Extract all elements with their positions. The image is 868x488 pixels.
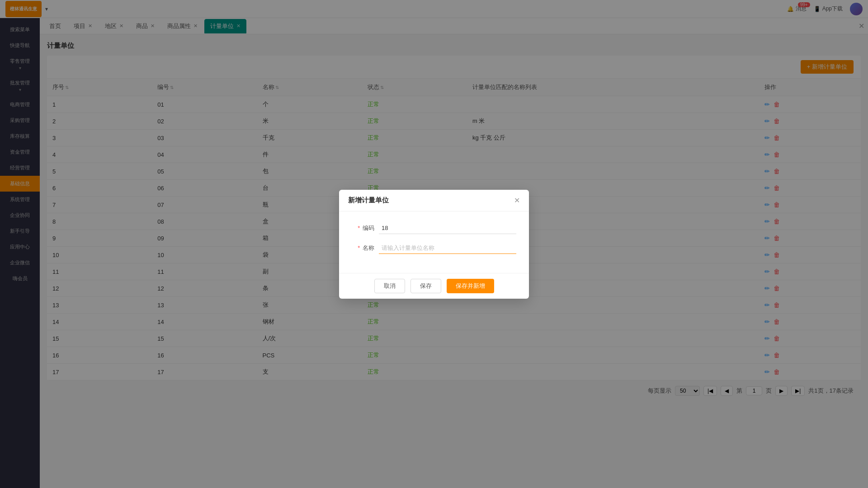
save-and-new-button[interactable]: 保存并新增 xyxy=(447,279,494,293)
code-field-row: * 编码 xyxy=(352,222,516,234)
modal-header: 新增计量单位 ✕ xyxy=(339,190,529,211)
modal-overlay[interactable]: 新增计量单位 ✕ * 编码 * 名称 取消 保存 保存并新增 xyxy=(0,0,868,488)
cancel-button[interactable]: 取消 xyxy=(374,279,405,293)
name-input[interactable] xyxy=(379,242,516,254)
modal-close-button[interactable]: ✕ xyxy=(514,196,520,205)
code-input[interactable] xyxy=(379,222,516,234)
name-label: * 名称 xyxy=(352,244,374,252)
save-button[interactable]: 保存 xyxy=(410,279,441,293)
modal-footer: 取消 保存 保存并新增 xyxy=(339,273,529,299)
modal-title: 新增计量单位 xyxy=(348,196,389,205)
name-field-row: * 名称 xyxy=(352,242,516,254)
code-label: * 编码 xyxy=(352,224,374,232)
add-unit-modal: 新增计量单位 ✕ * 编码 * 名称 取消 保存 保存并新增 xyxy=(339,190,529,299)
modal-body: * 编码 * 名称 xyxy=(339,211,529,273)
